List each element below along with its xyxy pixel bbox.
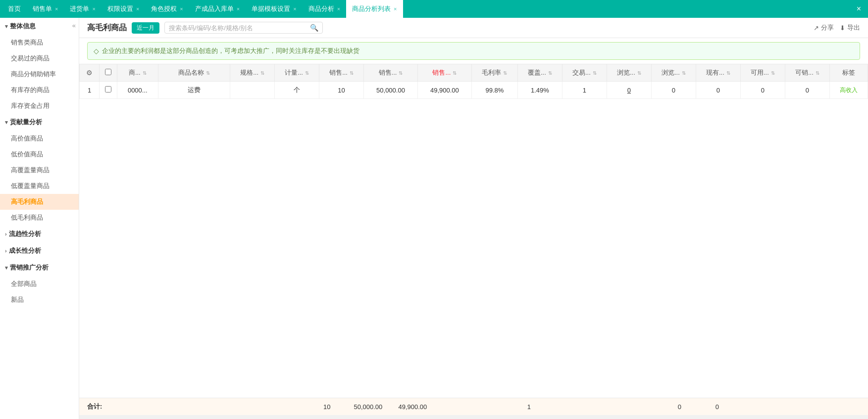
col-transaction[interactable]: 交易...⇅	[562, 64, 607, 82]
search-input[interactable]	[169, 24, 310, 32]
col-name[interactable]: 商品名称⇅	[158, 64, 230, 82]
content-header: 高毛利商品 近一月 🔍 ↗ 分享 ⬇ 导出	[79, 18, 868, 38]
search-icon[interactable]: 🔍	[310, 24, 318, 32]
col-coverage[interactable]: 覆盖...⇅	[517, 64, 562, 82]
col-sales1[interactable]: 销售...⇅	[319, 64, 364, 82]
close-template-settings[interactable]: ×	[293, 6, 296, 12]
footer-cells: 10 50,000.00 49,900.00 1 0 0	[106, 403, 860, 411]
cell-browse1[interactable]: 0	[607, 82, 651, 99]
cell-checkbox[interactable]	[100, 82, 117, 99]
nav-home[interactable]: 首页	[2, 0, 27, 18]
sidebar-item-all-goods[interactable]: 全部商品	[0, 276, 79, 292]
bottom-scrollbar[interactable]	[79, 415, 868, 419]
section-overall-info[interactable]: ▾ 整体信息	[0, 18, 79, 35]
footer-spacer5	[270, 403, 308, 411]
section-arrow-marketing: ▾	[5, 265, 8, 271]
search-box[interactable]: 🔍	[164, 22, 323, 34]
nav-permission-settings[interactable]: 权限设置 ×	[102, 0, 145, 18]
export-button[interactable]: ⬇ 导出	[840, 23, 860, 32]
cell-saleable: 0	[785, 82, 829, 99]
cell-browse2: 0	[651, 82, 696, 99]
share-button[interactable]: ↗ 分享	[814, 23, 834, 32]
sidebar-collapse-button[interactable]: «	[72, 22, 76, 29]
col-saleable[interactable]: 可销...⇅	[785, 64, 829, 82]
close-product-analysis[interactable]: ×	[337, 6, 340, 12]
sidebar-item-stocked-goods[interactable]: 有库存的商品	[0, 82, 79, 98]
col-gear[interactable]: ⚙	[80, 64, 100, 82]
col-gross-margin[interactable]: 毛利率⇅	[471, 64, 517, 82]
col-current[interactable]: 现有...⇅	[696, 64, 740, 82]
col-sales3[interactable]: 销售...⇅	[417, 64, 471, 82]
time-filter-button[interactable]: 近一月	[132, 22, 159, 34]
col-tag[interactable]: 标签	[829, 64, 868, 82]
section-marketing-analysis[interactable]: ▾ 营销推广分析	[0, 259, 79, 276]
sort-icon-transaction: ⇅	[593, 70, 597, 76]
col-code[interactable]: 商...⇅	[117, 64, 158, 82]
nav-product-analysis-list[interactable]: 商品分析列表 ×	[346, 0, 403, 18]
close-all-button[interactable]: ×	[852, 4, 866, 13]
sort-icon-sales2: ⇅	[399, 70, 403, 76]
nav-sales-order[interactable]: 销售单 ×	[27, 0, 64, 18]
sidebar-item-sales-goods[interactable]: 销售类商品	[0, 35, 79, 50]
col-available[interactable]: 可用...⇅	[740, 64, 785, 82]
nav-product-warehouse[interactable]: 产成品入库单 ×	[189, 0, 246, 18]
sidebar-item-high-margin-goods[interactable]: 高毛利商品	[0, 194, 79, 210]
sidebar-item-low-value-goods[interactable]: 低价值商品	[0, 146, 79, 162]
sort-icon-unit: ⇅	[305, 70, 309, 76]
cell-unit: 个	[275, 82, 319, 99]
footer-transaction: 1	[510, 403, 548, 411]
sidebar-item-inventory-capital[interactable]: 库存资金占用	[0, 98, 79, 114]
table-header-row: ⚙ 商...⇅ 商品名称⇅ 规格...⇅	[80, 64, 868, 82]
footer-browse1	[548, 403, 585, 411]
col-spec[interactable]: 规格...⇅	[230, 64, 275, 82]
nav-product-analysis[interactable]: 商品分析 ×	[303, 0, 346, 18]
cell-spec	[230, 82, 275, 99]
cell-tag: 高收入	[829, 82, 868, 99]
footer-spacer2	[144, 403, 181, 411]
nav-purchase-order[interactable]: 进货单 ×	[64, 0, 101, 18]
sidebar-item-high-value-goods[interactable]: 高价值商品	[0, 131, 79, 146]
table-body: 1 0000... 运费 个 10 50,000.00 49,900.00 99…	[80, 82, 868, 99]
product-table: ⚙ 商...⇅ 商品名称⇅ 规格...⇅	[79, 64, 868, 99]
close-product-warehouse[interactable]: ×	[237, 6, 240, 12]
footer-coverage	[472, 403, 510, 411]
info-banner: ◇ 企业的主要的利润都是这部分商品创造的，可考虑加大推广，同时关注库存是不要出现…	[87, 42, 860, 60]
gear-icon[interactable]: ⚙	[86, 69, 93, 77]
footer-current	[623, 403, 661, 411]
select-all-checkbox[interactable]	[105, 69, 111, 75]
section-trend-analysis[interactable]: › 流趋性分析	[0, 226, 79, 242]
top-navigation: 首页 销售单 × 进货单 × 权限设置 × 角色授权 × 产成品入库单 × 单据…	[0, 0, 868, 18]
sidebar-item-high-coverage-goods[interactable]: 高覆盖量商品	[0, 162, 79, 178]
sidebar: « ▾ 整体信息 销售类商品 交易过的商品 商品分销助销率 有库存的商品 库存资…	[0, 18, 79, 419]
nav-template-settings[interactable]: 单据模板设置 ×	[246, 0, 302, 18]
sidebar-item-distribution-rate[interactable]: 商品分销助销率	[0, 66, 79, 82]
table-container[interactable]: ⚙ 商...⇅ 商品名称⇅ 规格...⇅	[79, 64, 868, 398]
section-growth-analysis[interactable]: › 成长性分析	[0, 242, 79, 259]
close-sales-order[interactable]: ×	[55, 6, 58, 12]
cell-index: 1	[80, 82, 100, 99]
col-checkbox-header[interactable]	[100, 64, 117, 82]
col-browse2[interactable]: 浏览...⇅	[651, 64, 696, 82]
nav-role-auth[interactable]: 角色授权 ×	[145, 0, 189, 18]
col-sales2[interactable]: 销售...⇅	[364, 64, 418, 82]
cell-sales3: 49,900.00	[417, 82, 471, 99]
section-arrow-contribution: ▾	[5, 119, 8, 126]
close-product-analysis-list[interactable]: ×	[394, 6, 397, 12]
section-contribution-analysis[interactable]: ▾ 贡献量分析	[0, 114, 79, 131]
close-purchase-order[interactable]: ×	[92, 6, 95, 12]
close-role-auth[interactable]: ×	[180, 6, 183, 12]
footer-gross-margin	[435, 403, 472, 411]
sidebar-item-low-margin-goods[interactable]: 低毛利商品	[0, 210, 79, 226]
footer-browse2	[585, 403, 623, 411]
sidebar-item-traded-goods[interactable]: 交易过的商品	[0, 50, 79, 66]
col-unit[interactable]: 计量...⇅	[275, 64, 319, 82]
footer-spacer3	[181, 403, 221, 411]
col-browse1[interactable]: 浏览...⇅	[607, 64, 651, 82]
table-footer: 合计: 10 50,000.00 49,900.00 1 0 0	[79, 398, 868, 415]
sort-icon-browse1: ⇅	[637, 70, 641, 76]
close-permission-settings[interactable]: ×	[136, 6, 139, 12]
sort-icon-available: ⇅	[771, 70, 775, 76]
sidebar-item-low-coverage-goods[interactable]: 低覆盖量商品	[0, 178, 79, 194]
sidebar-item-new-goods[interactable]: 新品	[0, 292, 79, 308]
cell-transaction: 1	[562, 82, 607, 99]
